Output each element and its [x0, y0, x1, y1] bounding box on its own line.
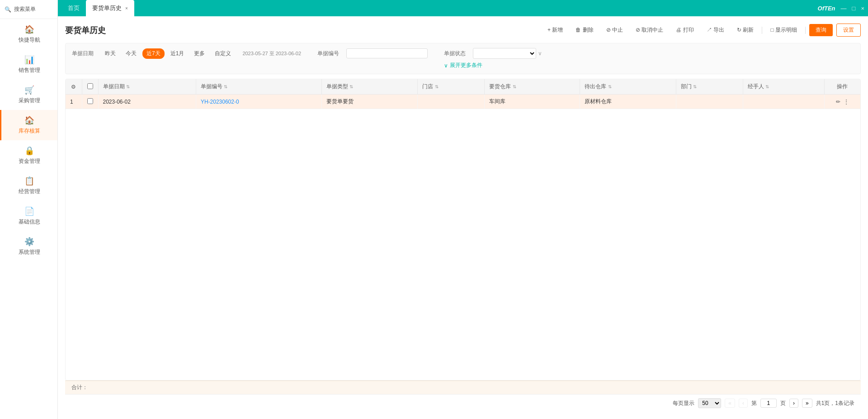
th-req-warehouse[interactable]: 要货仓库 ⇅	[485, 79, 580, 95]
cell-bill-type: 要货单要货	[321, 95, 418, 109]
edit-icon[interactable]: ✏	[836, 99, 840, 105]
finance-icon: 🔒	[24, 146, 34, 156]
page-number-input[interactable]	[760, 399, 777, 408]
th-handler[interactable]: 经手人 ⇅	[743, 79, 824, 95]
expand-more-label: 展开更多条件	[450, 62, 482, 69]
first-page-button[interactable]: «	[725, 399, 735, 408]
per-page-label: 每页显示	[673, 400, 694, 407]
status-label: 单据状态	[444, 50, 466, 57]
date-range-display: 2023-05-27 至 2023-06-02	[242, 50, 301, 57]
tab-bar-right: OfTEn — □ ×	[818, 5, 864, 12]
sidebar-item-finance-label: 资金管理	[19, 157, 40, 165]
expand-more-icon: ∨	[444, 62, 448, 69]
date-btn-more[interactable]: 更多	[190, 48, 209, 59]
cell-handler	[743, 95, 824, 109]
bill-no-link[interactable]: YH-20230602-0	[201, 99, 239, 105]
last-page-button[interactable]: »	[802, 399, 812, 408]
system-icon: ⚙️	[24, 237, 34, 247]
sidebar-item-sales[interactable]: 📊 销售管理	[0, 49, 57, 80]
sidebar-item-operations-label: 经营管理	[19, 188, 40, 195]
display-detail-button[interactable]: □ 显示明细	[766, 24, 802, 36]
pagination: 每页显示 102050100 « ‹ 第 页 › » 共1页，1条记录	[65, 394, 861, 412]
table-footer: 合计：	[65, 381, 861, 394]
inventory-icon: 🏠	[24, 115, 34, 125]
date-btn-custom[interactable]: 自定义	[211, 48, 235, 59]
export-button[interactable]: ↗ 导出	[702, 24, 729, 36]
tab-home-label: 首页	[68, 4, 80, 12]
th-pending-warehouse[interactable]: 待出仓库 ⇅	[580, 79, 676, 95]
expand-more-btn[interactable]: ∨ 展开更多条件	[72, 62, 854, 69]
th-pending-warehouse-label: 待出仓库	[585, 83, 606, 90]
print-button[interactable]: 🖨 打印	[671, 24, 698, 36]
query-button[interactable]: 查询	[809, 24, 833, 36]
gear-icon: ⚙	[71, 84, 76, 90]
sales-icon: 📊	[24, 55, 34, 65]
date-btn-yesterday[interactable]: 昨天	[101, 48, 120, 59]
tab-active-label: 要货单历史	[92, 4, 122, 12]
refresh-button[interactable]: ↻ 刷新	[732, 24, 758, 36]
cell-req-warehouse: 车间库	[485, 95, 580, 109]
th-bill-type-label: 单据类型	[326, 83, 348, 90]
sidebar-item-basic[interactable]: 📄 基础信息	[0, 201, 57, 231]
date-btn-1month[interactable]: 近1月	[166, 48, 189, 59]
restore-button[interactable]: □	[852, 5, 856, 12]
th-date[interactable]: 单据日期 ⇅	[98, 79, 196, 95]
sidebar-item-inventory[interactable]: 🏠 库存核算	[0, 110, 57, 140]
cell-op: ✏ ⋮	[824, 95, 860, 109]
status-select[interactable]	[473, 48, 536, 59]
sort-pending-warehouse-icon: ⇅	[608, 84, 612, 89]
toolbar: + 新增 🗑 删除 ⊘ 中止 ⊘ 取消中止 🖨 打印 ↗ 导出 ↻ 刷新 □ 显…	[543, 24, 861, 37]
minimize-button[interactable]: —	[841, 5, 847, 12]
sidebar-item-purchase[interactable]: 🛒 采购管理	[0, 80, 57, 110]
sidebar-item-purchase-label: 采购管理	[19, 97, 40, 105]
sidebar: 🔍 搜索菜单 🏠 快捷导航 📊 销售管理 🛒 采购管理 🏠 库存核算 🔒 资金管…	[0, 0, 58, 419]
total-info: 共1页，1条记录	[816, 400, 854, 407]
page-suffix: 页	[780, 400, 786, 407]
delete-button[interactable]: 🗑 删除	[571, 24, 598, 36]
th-bill-no[interactable]: 单据编号 ⇅	[196, 79, 321, 95]
cell-checkbox[interactable]	[82, 95, 98, 109]
th-req-warehouse-label: 要货仓库	[489, 83, 511, 90]
th-settings[interactable]: ⚙	[66, 79, 82, 95]
cell-department	[676, 95, 743, 109]
tab-active[interactable]: 要货单历史 ×	[86, 0, 134, 16]
close-button[interactable]: ×	[861, 5, 864, 12]
tab-close-icon[interactable]: ×	[125, 6, 128, 11]
sidebar-search-label: 搜索菜单	[14, 5, 36, 13]
table-row[interactable]: 1 2023-06-02 YH-20230602-0 要货单要货 车间库 原材料…	[66, 95, 860, 109]
sort-store-icon: ⇅	[435, 84, 439, 89]
cell-bill-no: YH-20230602-0	[196, 95, 321, 109]
date-btn-today[interactable]: 今天	[122, 48, 141, 59]
th-store[interactable]: 门店 ⇅	[418, 79, 485, 95]
prev-page-button[interactable]: ‹	[739, 399, 748, 408]
main-area: 首页 要货单历史 × OfTEn — □ × 要货单历史 + 新增 🗑 删除 ⊘…	[58, 0, 868, 419]
row-checkbox[interactable]	[87, 98, 93, 104]
th-department-label: 部门	[681, 83, 692, 90]
th-checkbox[interactable]	[82, 79, 98, 95]
tab-home[interactable]: 首页	[61, 0, 86, 16]
stop-button[interactable]: ⊘ 中止	[602, 24, 627, 36]
sidebar-item-finance[interactable]: 🔒 资金管理	[0, 140, 57, 171]
th-department[interactable]: 部门 ⇅	[676, 79, 743, 95]
sidebar-item-operations[interactable]: 📋 经营管理	[0, 171, 57, 201]
add-button[interactable]: + 新增	[543, 24, 567, 36]
date-btn-7days[interactable]: 近7天	[142, 48, 165, 59]
sort-bill-type-icon: ⇅	[349, 84, 353, 89]
th-bill-type[interactable]: 单据类型 ⇅	[321, 79, 418, 95]
more-icon[interactable]: ⋮	[844, 99, 849, 105]
sidebar-item-quick-nav[interactable]: 🏠 快捷导航	[0, 19, 57, 49]
sidebar-search[interactable]: 🔍 搜索菜单	[0, 0, 57, 19]
dropdown-icon: ∨	[538, 50, 542, 57]
select-all-checkbox[interactable]	[87, 83, 93, 89]
filter-row-1: 单据日期 昨天 今天 近7天 近1月 更多 自定义 2023-05-27 至 2…	[72, 48, 854, 59]
per-page-select[interactable]: 102050100	[698, 398, 721, 408]
filter-bar: 单据日期 昨天 今天 近7天 近1月 更多 自定义 2023-05-27 至 2…	[65, 43, 861, 74]
th-op: 操作	[824, 79, 860, 95]
sidebar-item-system[interactable]: ⚙️ 系统管理	[0, 231, 57, 262]
settings-button[interactable]: 设置	[836, 24, 861, 37]
cancel-stop-button[interactable]: ⊘ 取消中止	[631, 24, 668, 36]
bill-no-input[interactable]	[346, 48, 428, 58]
next-page-button[interactable]: ›	[789, 399, 798, 408]
sidebar-item-sales-label: 销售管理	[19, 67, 40, 74]
summary-label: 合计：	[71, 384, 88, 391]
